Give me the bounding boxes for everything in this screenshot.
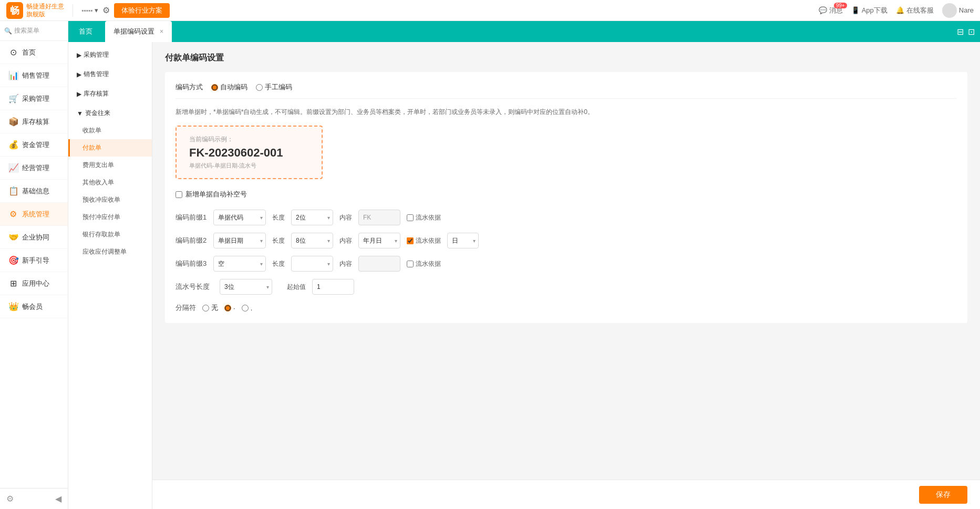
- serial2-check-input[interactable]: [407, 237, 414, 244]
- submenu-item-yufushoukuan[interactable]: 预收冲应收单: [68, 191, 152, 209]
- submenu-item-yufufu[interactable]: 预付冲应付单: [68, 209, 152, 226]
- length3-select-wrapper: ▾: [291, 256, 333, 272]
- auto-encode-input[interactable]: [211, 84, 218, 91]
- submenu-item-feiyong[interactable]: 费用支出单: [68, 157, 152, 174]
- auto-fill-checkbox[interactable]: [176, 191, 182, 198]
- form-rows: 编码前缀1 单据代码 ▾ 长度 2位: [176, 210, 957, 295]
- submenu-group-finance-title[interactable]: ▼ 资金往来: [68, 105, 152, 122]
- sep-none-input[interactable]: [202, 305, 209, 311]
- sidebar-settings-icon[interactable]: ⚙: [6, 494, 14, 504]
- length2-select[interactable]: 8位: [291, 233, 333, 248]
- serial1-check-label: 流水依据: [416, 213, 441, 222]
- tab-bar-maximize-icon[interactable]: ⊡: [968, 27, 975, 37]
- tab-bar-minimize-icon[interactable]: ⊟: [957, 27, 964, 37]
- content2-label: 内容: [339, 236, 352, 245]
- content2-select-wrapper: 年月日 ▾: [358, 233, 400, 248]
- sales-icon: 📊: [8, 70, 18, 80]
- newbie-icon: 🎯: [8, 255, 18, 265]
- submenu: ▶ 采购管理 ▶ 销售管理 ▶ 库存核算: [68, 42, 152, 509]
- search-icon: 🔍: [4, 27, 12, 35]
- search-menu-label: 搜索菜单: [14, 26, 39, 35]
- sidebar-item-label: 系统管理: [22, 210, 49, 219]
- auto-fill-label: 新增单据自动补空号: [185, 190, 247, 199]
- prefix1-select[interactable]: 单据代码: [213, 210, 266, 225]
- sidebar-item-member[interactable]: 👑 畅会员: [0, 295, 68, 318]
- sep-dot-radio[interactable]: .: [242, 304, 253, 312]
- settings-icon[interactable]: ⚙: [102, 5, 110, 15]
- app-download-button[interactable]: 📱 App下载: [851, 6, 888, 15]
- prefix2-select-wrapper: 单据日期 ▾: [213, 233, 266, 248]
- submenu-group-inventory-title[interactable]: ▶ 库存核算: [68, 85, 152, 102]
- sidebar-item-system[interactable]: ⚙ 系统管理: [0, 203, 68, 226]
- manual-encode-radio[interactable]: 手工编码: [256, 82, 292, 92]
- form-row-prefix1: 编码前缀1 单据代码 ▾ 长度 2位: [176, 210, 957, 225]
- submenu-item-yinhang[interactable]: 银行存取款单: [68, 226, 152, 243]
- sidebar-item-appcenter[interactable]: ⊞ 应用中心: [0, 272, 68, 295]
- sidebar-item-enterprise[interactable]: 🤝 企业协同: [0, 226, 68, 249]
- submenu-group-purchase-title[interactable]: ▶ 采购管理: [68, 46, 152, 64]
- industry-solution-button[interactable]: 体验行业方案: [114, 3, 170, 18]
- tab-active[interactable]: 单据编码设置 ×: [105, 21, 172, 42]
- prefix3-select[interactable]: 空: [213, 256, 266, 272]
- sidebar-item-inventory[interactable]: 📦 库存核算: [0, 110, 68, 133]
- sep-dash-label: ·: [233, 304, 235, 312]
- message-button[interactable]: 💬 消息 99+: [819, 6, 843, 15]
- bottom-bar: 保存: [152, 480, 980, 509]
- operation-icon: 📈: [8, 163, 18, 173]
- save-button[interactable]: 保存: [919, 486, 967, 504]
- submenu-item-yingshoufutiao[interactable]: 应收应付调整单: [68, 243, 152, 261]
- serial3-check-input[interactable]: [407, 261, 414, 267]
- home-icon: ⊙: [8, 47, 18, 57]
- encode-method-row: 编码方式 自动编码 手工编码: [176, 82, 957, 99]
- sep-dot-input[interactable]: [242, 305, 249, 311]
- submenu-group-sales-title[interactable]: ▶ 销售管理: [68, 66, 152, 83]
- page-title: 付款单编码设置: [165, 53, 967, 64]
- sidebar-item-basic[interactable]: 📋 基础信息: [0, 180, 68, 203]
- prefix2-select[interactable]: 单据日期: [213, 233, 266, 248]
- submenu-item-shoukuan[interactable]: 收款单: [68, 122, 152, 139]
- download-icon: 📱: [851, 6, 860, 14]
- content2-select[interactable]: 年月日: [358, 233, 400, 248]
- length1-select-wrapper: 2位 ▾: [291, 210, 333, 225]
- sidebar-item-home[interactable]: ⊙ 首页: [0, 41, 68, 64]
- sidebar-collapse-icon[interactable]: ◀: [55, 494, 61, 504]
- online-service-button[interactable]: 🔔 在线客服: [896, 6, 934, 15]
- length1-select[interactable]: 2位: [291, 210, 333, 225]
- prefix3-label: 编码前缀3: [176, 259, 207, 268]
- serial2-check-label: 流水依据: [416, 236, 441, 245]
- manual-encode-input[interactable]: [256, 84, 263, 91]
- serial2-checkbox[interactable]: 流水依据: [407, 236, 441, 245]
- serial1-checkbox[interactable]: 流水依据: [407, 213, 441, 222]
- submenu-item-fukuan[interactable]: 付款单: [68, 139, 152, 157]
- sep-none-radio[interactable]: 无: [202, 303, 218, 313]
- sidebar-item-finance[interactable]: 💰 资金管理: [0, 133, 68, 157]
- sidebar-item-label: 应用中心: [22, 279, 49, 288]
- length2-label: 长度: [272, 236, 285, 245]
- sidebar-item-label: 企业协同: [22, 233, 49, 242]
- prefix1-select-wrapper: 单据代码 ▾: [213, 210, 266, 225]
- sep-dash-radio[interactable]: ·: [224, 304, 235, 312]
- tab-close-icon[interactable]: ×: [160, 28, 163, 35]
- company-selector[interactable]: ▪▪▪▪▪ ▾: [81, 6, 98, 14]
- serial2-unit-select[interactable]: 日: [447, 233, 479, 248]
- search-menu-button[interactable]: 🔍 搜索菜单: [0, 21, 68, 41]
- serial1-check-input[interactable]: [407, 214, 414, 221]
- sidebar-item-label: 基础信息: [22, 186, 49, 196]
- serial3-checkbox[interactable]: 流水依据: [407, 259, 441, 268]
- sidebar-item-operation[interactable]: 📈 经营管理: [0, 157, 68, 180]
- sidebar-item-newbie[interactable]: 🎯 新手引导: [0, 249, 68, 272]
- chevron-right-icon: ▶: [77, 90, 81, 98]
- sep-dash-input[interactable]: [224, 305, 231, 311]
- auto-encode-radio[interactable]: 自动编码: [211, 82, 247, 92]
- service-icon: 🔔: [896, 6, 904, 14]
- user-menu[interactable]: Nare: [942, 3, 974, 18]
- sidebar-item-sales[interactable]: 📊 销售管理: [0, 64, 68, 87]
- sidebar-item-purchase[interactable]: 🛒 采购管理: [0, 87, 68, 110]
- submenu-item-qita[interactable]: 其他收入单: [68, 174, 152, 191]
- enterprise-icon: 🤝: [8, 232, 18, 242]
- hint-text: 新增单据时，*单据编码*自动生成，不可编辑。前缀设置为部门、业务员等档案类，开单…: [176, 107, 957, 117]
- serial-length-select[interactable]: 3位: [220, 279, 272, 295]
- tab-home[interactable]: 首页: [68, 21, 103, 42]
- start-val-input[interactable]: [312, 279, 354, 295]
- length3-select[interactable]: [291, 256, 333, 272]
